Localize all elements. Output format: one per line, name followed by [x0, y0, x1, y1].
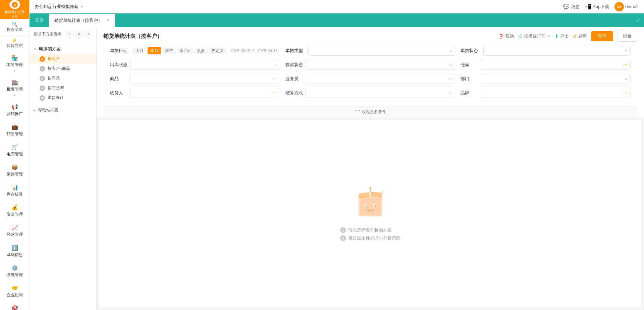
tab-home[interactable]: 首页	[30, 13, 49, 27]
sidebar: 好 畅捷通好生意 标版 🔍 搜索菜单 ⚡ 快捷导航 🏪 零售管理 ▲ 🏬 批发管…	[0, 0, 30, 310]
user-menu[interactable]: Ea demo2	[614, 2, 639, 11]
payment-status-select[interactable]: ∨	[306, 60, 455, 70]
message-icon: 💬	[563, 4, 570, 10]
salesperson-field: 业务员 ···	[285, 74, 455, 84]
inventory-icon: 📊	[11, 184, 18, 191]
scheme-by-product-99[interactable]: ⊞ 按商品99	[30, 83, 96, 93]
type-arrow-icon: ∨	[449, 48, 452, 53]
ecommerce-icon: 🛒	[11, 144, 18, 150]
settings-button[interactable]: 设置	[617, 31, 637, 42]
sidebar-item-enterprise[interactable]: 🤝 企业协同	[0, 281, 29, 301]
sidebar-item-finance[interactable]: 💰 资金管理	[0, 201, 29, 221]
tab-close-icon[interactable]: ✕	[106, 18, 110, 23]
settlement-arrow-icon: ∨	[449, 91, 452, 95]
scheme-refund-icon: ▦	[40, 95, 45, 101]
svg-point-13	[382, 190, 385, 193]
mobile-group-title[interactable]: ▶ 移动端方案	[30, 105, 96, 115]
export-btn[interactable]: ⬇ 导出	[555, 33, 569, 39]
plus-icon: +	[68, 32, 71, 37]
payment-status-label: 收款状态	[285, 62, 303, 68]
company-selector[interactable]: 办公用品行业模拟账套 ▼	[35, 4, 84, 10]
empty-state: 1 请先选择要分析的方案 2 用过滤条件来缩小分析范围	[99, 120, 641, 307]
maximize-icon: ⤢	[636, 17, 640, 23]
collapse-btn[interactable]: ⌃⌃ 收起更多条件	[103, 106, 637, 117]
brand-select[interactable]: ···	[480, 88, 631, 98]
svg-point-6	[366, 205, 367, 207]
logo-text: 畅捷通好生意	[5, 10, 25, 14]
svg-text:好: 好	[13, 3, 16, 7]
payment-arrow-icon: ∨	[449, 62, 452, 67]
svg-rect-3	[360, 198, 380, 215]
salesperson-dots-icon: ···	[448, 76, 452, 82]
status-select[interactable]: ∨	[483, 46, 631, 56]
print-arrow-icon: ▼	[547, 34, 551, 38]
type-select[interactable]: ∨	[308, 46, 455, 56]
receiver-select[interactable]: ···	[129, 88, 280, 98]
marketing-icon: 📢	[11, 103, 18, 110]
add-scheme-btn[interactable]: +	[66, 30, 73, 38]
warehouse-select[interactable]: ···	[480, 60, 631, 70]
department-select[interactable]: ∨	[480, 74, 631, 84]
sidebar-item-business[interactable]: 📈 经营管理	[0, 221, 29, 241]
print-btn[interactable]: 🖨 按模板打印 ▼	[518, 33, 551, 39]
date-tab-custom[interactable]: 自定义	[209, 47, 226, 54]
system-icon: ⚙️	[11, 264, 18, 271]
sidebar-item-procurement[interactable]: 📦 采购管理	[0, 160, 29, 180]
product-select[interactable]: ···	[129, 74, 280, 84]
scheme-refund-stat[interactable]: ▦ 退货统计	[30, 93, 96, 103]
date-tab-last-month[interactable]: 上月	[133, 47, 146, 54]
scheme-by-product[interactable]: ⊞ 按商品	[30, 73, 96, 83]
scheme-by-customer-product[interactable]: ⊞ 按客户+商品	[30, 64, 96, 73]
sidebar-item-ecommerce[interactable]: 🛒 电商管理	[0, 140, 29, 160]
chevron-up-icon: ⌃⌃	[355, 110, 361, 114]
query-button[interactable]: 查询	[591, 31, 613, 41]
sidebar-item-basic[interactable]: ℹ️ 基础信息	[0, 241, 29, 261]
sidebar-item-inventory[interactable]: 📊 库存核算	[0, 180, 29, 201]
search-menu[interactable]: 🔍 搜索菜单	[0, 19, 29, 36]
date-tab-7days[interactable]: 近7天	[177, 47, 193, 54]
wholesale-icon: 🏬	[11, 79, 18, 86]
product-field: 商品 ···	[110, 74, 280, 84]
svg-point-7	[375, 205, 376, 207]
app-download-btn[interactable]: 📲 App下载	[585, 4, 609, 10]
collapse-panel-btn[interactable]: «	[85, 30, 92, 38]
triangle-down-icon: ▼	[34, 47, 37, 51]
scheme-product-icon: ⊞	[40, 76, 45, 81]
date-tab-more[interactable]: 更多	[194, 47, 208, 54]
user-name: demo2	[625, 4, 639, 9]
settings-scheme-btn[interactable]: ⚙	[75, 30, 83, 38]
sidebar-item-sales[interactable]: 💼 销售管理	[0, 120, 29, 140]
sidebar-item-wholesale[interactable]: 🏬 批发管理 ▲	[0, 75, 29, 100]
gear-icon: ⚙	[77, 32, 81, 36]
status-label: 单据状态	[461, 48, 481, 54]
empty-hint-2: 2 用过滤条件来缩小分析范围	[340, 235, 400, 241]
date-filter-group: 单据日期 上月 本月 本年 近7天 更多 自定义 2023-03-01 至 20…	[110, 47, 280, 54]
sidebar-item-system[interactable]: ⚙️ 系统管理	[0, 261, 29, 281]
desktop-group-title[interactable]: ▼ 电脑端方案	[30, 44, 96, 54]
settlement-select[interactable]: ∨	[306, 88, 455, 98]
left-panel-header: 按以下方案查询 + ⚙ «	[30, 27, 96, 41]
salesperson-select[interactable]: ···	[305, 74, 455, 84]
warehouse-dots-icon: ···	[623, 62, 628, 68]
sidebar-item-newbie[interactable]: 🎯 新手引导	[0, 301, 29, 310]
scheme-by-customer[interactable]: ● 按客户	[30, 54, 96, 64]
status-arrow-icon: ∨	[625, 48, 628, 53]
sidebar-item-retail[interactable]: 🏪 零售管理 ▲	[0, 51, 29, 75]
left-panel-actions: + ⚙ «	[66, 30, 92, 38]
date-tab-this-month[interactable]: 本月	[148, 47, 161, 54]
receiver-label: 收货人	[110, 90, 127, 96]
help-btn[interactable]: ❓ 帮助	[498, 33, 514, 39]
refresh-btn[interactable]: ↺ 刷新	[573, 33, 587, 39]
department-field: 部门 ∨	[461, 74, 631, 84]
quick-nav[interactable]: ⚡ 快捷导航	[0, 36, 29, 51]
sidebar-item-marketing[interactable]: 📢 营销推广	[0, 100, 29, 120]
tab-sales-stat[interactable]: 销货单统计表（按客户） ✕	[49, 14, 115, 27]
right-content: 销货单统计表（按客户） ❓ 帮助 🖨 按模板打印 ▼ ⬇	[97, 27, 644, 310]
ship-status-select[interactable]: ∨	[130, 60, 280, 70]
date-tab-this-year[interactable]: 本年	[162, 47, 176, 54]
svg-point-11	[369, 187, 371, 189]
triangle-right-icon: ▶	[34, 108, 36, 112]
message-btn[interactable]: 💬 消息	[563, 4, 580, 10]
tab-maximize-btn[interactable]: ⤢	[636, 17, 640, 23]
left-panel-title: 按以下方案查询	[34, 31, 62, 37]
